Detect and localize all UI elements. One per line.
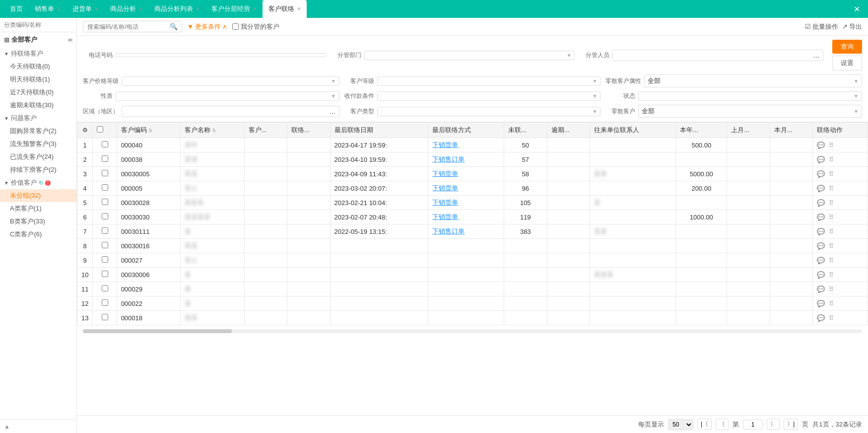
th-settings[interactable]: ⚙ [77, 123, 93, 138]
tab-product-analysis-close[interactable]: × [139, 5, 142, 12]
window-close-button[interactable]: ✕ [850, 4, 864, 14]
tab-sales-close[interactable]: × [57, 5, 61, 12]
cell-checkbox[interactable] [93, 167, 117, 181]
dept-input[interactable]: ▼ [364, 51, 575, 60]
action-chat-icon[interactable]: 💬 [817, 214, 825, 221]
main-search-icon[interactable]: 🔍 [170, 23, 178, 30]
sidebar-item-abnormal[interactable]: 固购异常客户(2) [0, 125, 76, 138]
action-grid-icon[interactable]: ⠿ [829, 228, 834, 235]
cell-last-method[interactable] [428, 239, 504, 253]
cell-checkbox[interactable] [93, 181, 117, 196]
my-customers-check[interactable]: 我分管的客户 [232, 22, 279, 31]
reset-btn[interactable]: 设置 [832, 56, 862, 71]
cell-checkbox[interactable] [93, 296, 117, 311]
sidebar-item-today-pending[interactable]: 今天待联络(0) [0, 60, 76, 73]
retail-customer-input[interactable]: 全部 ▼ [638, 105, 862, 118]
tab-product-list[interactable]: 商品分析列表 × [148, 0, 205, 18]
cell-last-method[interactable]: 下销货单 [428, 138, 504, 152]
action-grid-icon[interactable]: ⠿ [829, 142, 834, 149]
cell-checkbox[interactable] [93, 311, 117, 325]
action-grid-icon[interactable]: ⠿ [829, 314, 834, 322]
action-grid-icon[interactable]: ⠿ [829, 170, 834, 178]
tab-customer-segmentation[interactable]: 客户分层经营 × [205, 0, 263, 18]
action-grid-icon[interactable]: ⠿ [829, 271, 834, 279]
price-level-input[interactable]: ▼ [122, 76, 339, 86]
phone-input[interactable] [116, 53, 327, 57]
tab-customer-contact[interactable]: 客户联络 × [263, 0, 307, 18]
cell-checkbox[interactable] [93, 268, 117, 282]
cell-last-method[interactable]: 下销售订单 [428, 152, 504, 167]
prev-page-btn[interactable]: 〈 [716, 419, 729, 430]
cell-last-method[interactable] [428, 296, 504, 311]
cell-checkbox[interactable] [93, 138, 117, 152]
sidebar-item-unclassified[interactable]: 未分组(32) [0, 189, 76, 202]
sidebar-collapse-icon[interactable]: ≪ [67, 37, 72, 43]
page-number-input[interactable] [743, 420, 763, 430]
action-chat-icon[interactable]: 💬 [817, 142, 825, 149]
action-chat-icon[interactable]: 💬 [817, 156, 825, 163]
manager-input[interactable]: … [612, 50, 823, 61]
cell-last-method[interactable]: 下销货单 [428, 167, 504, 181]
action-chat-icon[interactable]: 💬 [817, 185, 825, 192]
cell-checkbox[interactable] [93, 152, 117, 167]
tab-product-list-close[interactable]: × [196, 5, 200, 12]
more-conditions-btn[interactable]: ▼ 更多条件 ∧ [187, 22, 227, 31]
next-page-btn[interactable]: 〉 [767, 419, 780, 430]
sidebar-pending-contact-group[interactable]: ▼ 待联络客户 [0, 47, 76, 60]
customer-type-input[interactable]: ▼ [377, 107, 601, 116]
cell-last-method[interactable]: 下销货单 [428, 196, 504, 210]
nature-input[interactable]: ▼ [116, 91, 339, 101]
cell-last-method[interactable] [428, 282, 504, 296]
sidebar-refresh-icon[interactable]: ↻ [39, 180, 43, 186]
query-btn[interactable]: 查询 [832, 40, 862, 54]
cell-checkbox[interactable] [93, 253, 117, 268]
th-name[interactable]: 客户名称⇅ [181, 123, 244, 138]
sidebar-item-class-c[interactable]: C类客户(6) [0, 228, 76, 241]
cell-checkbox[interactable] [93, 210, 117, 224]
first-page-btn[interactable]: |〈 [697, 419, 712, 430]
action-grid-icon[interactable]: ⠿ [829, 214, 834, 221]
my-customers-checkbox[interactable] [232, 23, 239, 30]
action-chat-icon[interactable]: 💬 [817, 170, 825, 178]
action-chat-icon[interactable]: 💬 [817, 242, 825, 250]
action-chat-icon[interactable]: 💬 [817, 228, 825, 235]
tab-home[interactable]: 首页 [4, 0, 29, 18]
action-chat-icon[interactable]: 💬 [817, 314, 825, 322]
sidebar-item-overdue-pending[interactable]: 逾期未联络(30) [0, 99, 76, 112]
cell-last-method[interactable] [428, 268, 504, 282]
cell-last-method[interactable]: 下销货单 [428, 210, 504, 224]
cell-last-method[interactable] [428, 253, 504, 268]
action-chat-icon[interactable]: 💬 [817, 300, 825, 307]
sidebar-more-btn[interactable]: ▲ [4, 423, 10, 430]
th-checkbox[interactable] [93, 123, 117, 138]
sidebar-value-customers-group[interactable]: ▼ 价值客户 ↻ ! [0, 176, 76, 189]
cell-checkbox[interactable] [93, 239, 117, 253]
sidebar-item-already-lost[interactable]: 已流失客户(24) [0, 150, 76, 163]
action-chat-icon[interactable]: 💬 [817, 257, 825, 264]
th-code[interactable]: 客户编码⇅ [117, 123, 180, 138]
sidebar-item-persistent-decline[interactable]: 持续下滑客户(2) [0, 163, 76, 176]
action-chat-icon[interactable]: 💬 [817, 286, 825, 293]
cell-last-method[interactable]: 下销售订单 [428, 224, 504, 239]
action-grid-icon[interactable]: ⠿ [829, 185, 834, 192]
sidebar-item-lost-warning[interactable]: 流失预警客户(3) [0, 138, 76, 150]
tab-purchase[interactable]: 进货单 × [67, 0, 104, 18]
customer-level-input[interactable]: ▼ [377, 76, 601, 86]
cell-checkbox[interactable] [93, 196, 117, 210]
sidebar-all-customers[interactable]: ⊞ 全部客户 ≪ [0, 32, 76, 47]
sidebar-item-class-a[interactable]: A类客户(1) [0, 202, 76, 215]
cell-last-method[interactable] [428, 311, 504, 325]
tab-customer-segmentation-close[interactable]: × [253, 5, 257, 12]
sidebar-problem-customers-group[interactable]: ▼ 问题客户 [0, 112, 76, 125]
sidebar-search-input[interactable] [4, 21, 77, 28]
last-page-btn[interactable]: 〉| [784, 419, 798, 430]
action-grid-icon[interactable]: ⠿ [829, 199, 834, 207]
sidebar-item-week-pending[interactable]: 近7天待联络(0) [0, 86, 76, 99]
select-all-checkbox[interactable] [97, 126, 103, 133]
action-chat-icon[interactable]: 💬 [817, 271, 825, 279]
payment-input[interactable]: ▼ [377, 91, 601, 101]
cell-checkbox[interactable] [93, 282, 117, 296]
action-grid-icon[interactable]: ⠿ [829, 257, 834, 264]
cell-checkbox[interactable] [93, 224, 117, 239]
main-search-input[interactable] [87, 23, 170, 30]
